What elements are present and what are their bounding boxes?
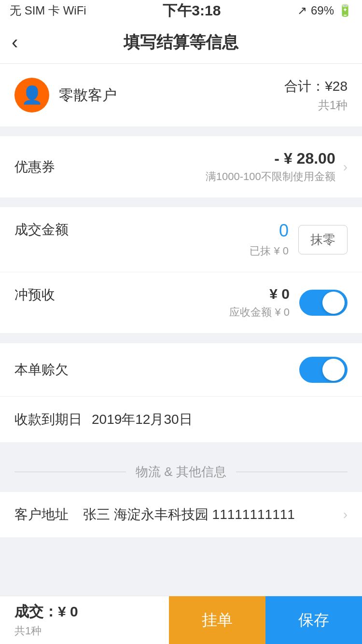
transaction-label: 成交金额 [14,221,69,239]
discount-desc: 满1000-100不限制使用金额 [206,169,335,184]
customer-name: 零散客户 [59,85,117,105]
hold-button[interactable]: 挂单 [169,596,265,644]
back-button[interactable]: ‹ [12,31,18,53]
battery-status: 69% [311,4,334,17]
page-title: 填写结算等信息 [124,31,238,54]
total-amount: 合计：¥28 [284,77,348,96]
prepaid-row: 冲预收 ¥ 0 应收金额 ¥ 0 [0,272,362,334]
logistics-header-text: 物流 & 其他信息 [136,463,226,480]
address-row[interactable]: 客户地址 张三 海淀永丰科技园 11111111111 › [0,492,362,537]
due-date-label: 收款到期日 [14,410,82,429]
debt-toggle[interactable] [299,357,348,383]
coupon-right: - ¥ 28.00 满1000-100不限制使用金额 › [206,150,348,184]
coupon-value: - ¥ 28.00 满1000-100不限制使用金额 [206,150,335,184]
deal-amount: ¥ 0 [58,603,78,619]
prepaid-sub: 应收金额 ¥ 0 [229,305,290,320]
content-area: 👤 零散客户 合计：¥28 共1种 优惠券 - ¥ 28.00 满1000-10… [0,64,362,595]
address-value: 张三 海淀永丰科技园 11111111111 [83,505,329,524]
address-chevron-icon: › [343,507,348,522]
prepaid-right: ¥ 0 应收金额 ¥ 0 [229,286,348,320]
coupon-section: 优惠券 - ¥ 28.00 满1000-100不限制使用金额 › [0,136,362,197]
save-button[interactable]: 保存 [265,596,362,644]
debt-section: 本单赊欠 收款到期日 2019年12月30日 [0,343,362,442]
location-icon: ↗ [297,4,307,17]
due-date-value: 2019年12月30日 [92,410,193,429]
transaction-value: 0 [250,221,289,241]
status-left: 无 SIM 卡 WiFi [10,3,86,18]
logistics-header: 物流 & 其他信息 [0,452,362,492]
bottom-summary: 成交：¥ 0 共1种 [0,602,169,638]
debt-label: 本单赊欠 [14,361,69,379]
transaction-sub: 已抹 ¥ 0 [250,244,289,258]
customer-section: 👤 零散客户 合计：¥28 共1种 [0,64,362,126]
coupon-label: 优惠券 [14,158,55,176]
customer-info: 👤 零散客户 [14,78,117,112]
discount-amount: - ¥ 28.00 [206,150,335,168]
prepaid-label: 冲预收 [14,286,55,304]
person-icon: 👤 [21,85,43,105]
transaction-value-group: 0 已抹 ¥ 0 [250,221,289,258]
bottom-count: 共1种 [14,624,154,638]
transaction-right: 0 已抹 ¥ 0 抹零 [250,221,348,258]
transaction-row: 成交金额 0 已抹 ¥ 0 抹零 [0,207,362,272]
header-line-left [14,472,126,472]
prepaid-value-group: ¥ 0 应收金额 ¥ 0 [229,286,290,320]
nav-bar: ‹ 填写结算等信息 [0,21,362,64]
transaction-section: 成交金额 0 已抹 ¥ 0 抹零 冲预收 ¥ 0 应收金额 ¥ 0 [0,207,362,334]
prepaid-amount: ¥ 0 [229,286,290,302]
address-section: 客户地址 张三 海淀永丰科技园 11111111111 › [0,492,362,537]
customer-avatar: 👤 [14,78,49,112]
deal-label: 成交： [14,603,58,619]
address-label: 客户地址 [14,505,69,524]
status-time: 下午3:18 [163,1,221,21]
bottom-bar: 成交：¥ 0 共1种 挂单 保存 [0,596,362,644]
prepaid-toggle[interactable] [299,290,348,316]
due-date-row: 收款到期日 2019年12月30日 [0,396,362,442]
customer-row: 👤 零散客户 合计：¥28 共1种 [0,64,362,126]
bottom-deal-line: 成交：¥ 0 [14,602,154,622]
total-count: 共1种 [284,98,348,113]
status-right: ↗ 69% 🔋 [297,4,352,17]
debt-row: 本单赊欠 [0,343,362,396]
toggle-knob [322,292,345,314]
chevron-right-icon: › [343,159,348,175]
debt-toggle-knob [322,359,345,381]
battery-icon: 🔋 [338,4,352,17]
round-button[interactable]: 抹零 [298,225,348,254]
coupon-row[interactable]: 优惠券 - ¥ 28.00 满1000-100不限制使用金额 › [0,136,362,197]
sim-status: 无 SIM 卡 WiFi [10,3,86,18]
customer-total: 合计：¥28 共1种 [284,77,348,113]
status-bar: 无 SIM 卡 WiFi 下午3:18 ↗ 69% 🔋 [0,0,362,21]
header-line-right [236,472,348,472]
